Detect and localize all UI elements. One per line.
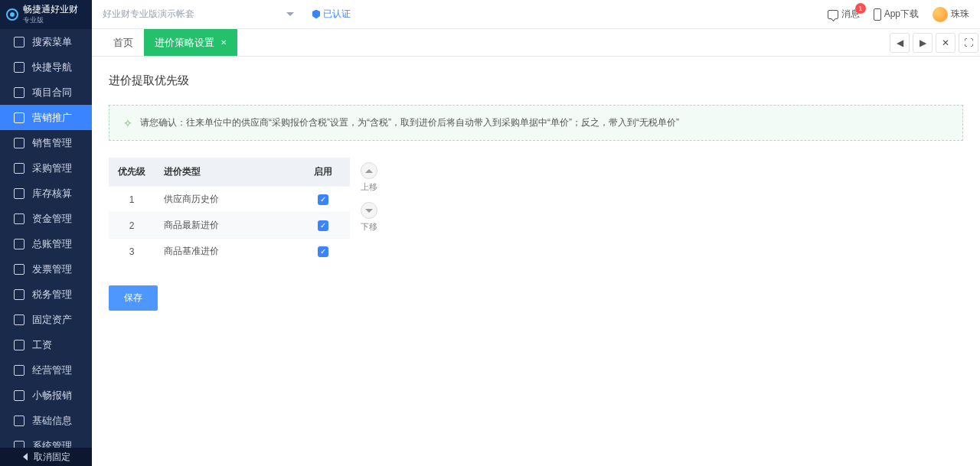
menu-item-icon (14, 390, 24, 401)
tab-close-icon[interactable]: ✕ (220, 38, 227, 47)
col-priority: 优先级 (109, 158, 155, 187)
tab-prev-button[interactable]: ◀ (890, 33, 910, 53)
sidebar-item[interactable]: 小畅报销 (0, 383, 92, 408)
tab-close-all-button[interactable]: ✕ (936, 33, 956, 53)
checkbox[interactable]: ✓ (318, 194, 328, 205)
topbar: 好业财专业版演示帐套 已认证 消息 1 App下载 珠珠 (92, 0, 980, 29)
sidebar-item-label: 总账管理 (32, 237, 72, 251)
sidebar-item[interactable]: 营销推广 (0, 105, 92, 130)
menu-item-icon (14, 340, 24, 350)
user-menu[interactable]: 珠珠 (933, 7, 969, 22)
col-enabled: 启用 (296, 158, 350, 187)
move-up-label: 上移 (361, 181, 377, 193)
sidebar-pin-toggle[interactable]: 取消固定 (0, 448, 92, 466)
info-icon: ✧ (123, 117, 132, 129)
priority-table-wrap: 优先级 进价类型 启用 1供应商历史价✓2商品最新进价✓3商品基准进价✓ 上移 … (109, 158, 963, 264)
menu-item-icon (14, 239, 24, 249)
sidebar-footer-label: 取消固定 (34, 451, 70, 464)
menu-item-icon (14, 415, 24, 426)
sidebar-item[interactable]: 销售管理 (0, 130, 92, 155)
move-controls: 上移 下移 (361, 158, 377, 233)
topbar-right: 消息 1 App下载 珠珠 (828, 7, 969, 22)
tab-label: 进价策略设置 (155, 36, 214, 50)
checkbox[interactable]: ✓ (318, 246, 328, 257)
shield-icon (312, 10, 320, 19)
move-down-label: 下移 (361, 221, 377, 233)
cell-enabled: ✓ (296, 239, 350, 265)
priority-table: 优先级 进价类型 启用 1供应商历史价✓2商品最新进价✓3商品基准进价✓ (109, 158, 350, 264)
sidebar-item-label: 销售管理 (32, 136, 72, 150)
tab-next-button[interactable]: ▶ (913, 33, 933, 53)
sidebar-item[interactable]: 搜索菜单 (0, 29, 92, 54)
account-selector[interactable]: 好业财专业版演示帐套 (103, 8, 294, 21)
col-type: 进价类型 (155, 158, 296, 187)
app-download-label: App下载 (884, 8, 919, 21)
chevron-down-icon (286, 12, 294, 16)
arrow-down-icon (365, 209, 373, 213)
sidebar-item[interactable]: 工资 (0, 332, 92, 357)
table-row[interactable]: 3商品基准进价✓ (109, 239, 350, 265)
user-name: 珠珠 (951, 8, 969, 21)
message-icon (828, 10, 838, 19)
sidebar-item-label: 基础信息 (32, 414, 72, 428)
cell-enabled: ✓ (296, 187, 350, 213)
tab-strip: 首页进价策略设置✕ ◀ ▶ ✕ ⛶ (92, 29, 980, 57)
menu-item-icon (14, 188, 24, 199)
messages-button[interactable]: 消息 1 (828, 8, 860, 21)
sidebar-item[interactable]: 项目合同 (0, 80, 92, 105)
sidebar-item[interactable]: 采购管理 (0, 155, 92, 181)
sidebar-item[interactable]: 快捷导航 (0, 54, 92, 80)
tab[interactable]: 首页 (103, 29, 144, 56)
sidebar-item-label: 税务管理 (32, 288, 72, 301)
app-download-button[interactable]: App下载 (874, 8, 919, 21)
sidebar-item-label: 营销推广 (32, 111, 72, 125)
brand-name: 畅捷通好业财 (23, 5, 78, 14)
menu-item-icon (14, 264, 24, 275)
menu-item-icon (14, 314, 24, 325)
cell-type: 供应商历史价 (155, 187, 296, 213)
tabs: 首页进价策略设置✕ (92, 29, 237, 56)
sidebar-item[interactable]: 经营管理 (0, 357, 92, 383)
sidebar-item[interactable]: 总账管理 (0, 231, 92, 256)
sidebar-item-label: 固定资产 (32, 313, 72, 327)
menu-item-icon (14, 163, 24, 174)
menu-item-icon (14, 112, 24, 123)
checkbox[interactable]: ✓ (318, 220, 328, 231)
sidebar-item[interactable]: 库存核算 (0, 181, 92, 206)
cell-priority: 2 (109, 213, 155, 239)
sidebar-item[interactable]: 基础信息 (0, 408, 92, 433)
sidebar-item-label: 采购管理 (32, 161, 72, 175)
sidebar: 搜索菜单快捷导航项目合同营销推广销售管理采购管理库存核算资金管理总账管理发票管理… (0, 29, 92, 466)
page-title: 进价提取优先级 (109, 73, 963, 88)
verified-badge[interactable]: 已认证 (312, 8, 351, 21)
sidebar-item[interactable]: 税务管理 (0, 282, 92, 307)
sidebar-item-label: 工资 (32, 338, 52, 352)
tab-actions: ◀ ▶ ✕ ⛶ (888, 29, 980, 56)
sidebar-item[interactable]: 固定资产 (0, 307, 92, 332)
sidebar-item-label: 项目合同 (32, 86, 72, 99)
cell-type: 商品最新进价 (155, 213, 296, 239)
sidebar-item[interactable]: 发票管理 (0, 256, 92, 282)
table-header-row: 优先级 进价类型 启用 (109, 158, 350, 187)
menu-item-icon (14, 213, 24, 224)
brand-logo-icon (6, 8, 18, 21)
table-row[interactable]: 2商品最新进价✓ (109, 213, 350, 239)
sidebar-item-label: 搜索菜单 (32, 35, 72, 49)
topbar-left: 好业财专业版演示帐套 已认证 (103, 8, 351, 21)
table-row[interactable]: 1供应商历史价✓ (109, 187, 350, 213)
menu-item-icon (14, 37, 24, 47)
sidebar-item-label: 经营管理 (32, 363, 72, 377)
sidebar-item-label: 小畅报销 (32, 389, 72, 402)
main-content: 进价提取优先级 ✧ 请您确认：往来单位中的供应商“采购报价含税”设置，为“含税”… (92, 57, 980, 466)
save-button[interactable]: 保存 (109, 285, 158, 311)
move-up-button[interactable] (361, 162, 377, 179)
move-down-button[interactable] (361, 202, 377, 219)
sidebar-item[interactable]: 资金管理 (0, 206, 92, 231)
brand-block: 畅捷通好业财 专业版 (0, 0, 92, 29)
sidebar-item-label: 快捷导航 (32, 60, 72, 74)
info-alert: ✧ 请您确认：往来单位中的供应商“采购报价含税”设置，为“含税”，取到进价后将自… (109, 105, 963, 141)
fullscreen-button[interactable]: ⛶ (959, 33, 978, 53)
brand-subtitle: 专业版 (23, 15, 78, 25)
tab[interactable]: 进价策略设置✕ (144, 29, 237, 56)
account-selector-label: 好业财专业版演示帐套 (103, 8, 194, 21)
